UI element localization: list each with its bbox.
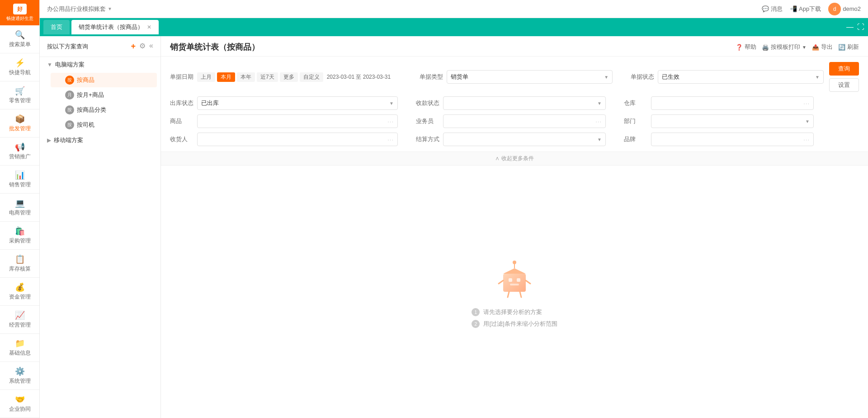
help-button[interactable]: ❓ 帮助 — [736, 43, 756, 51]
chevron-down-icon: ▼ — [389, 101, 394, 106]
receiver-control[interactable]: ··· — [197, 133, 398, 146]
retail-icon: 🛒 — [2, 86, 38, 96]
settings-solution-button[interactable]: ⚙ — [139, 42, 146, 51]
tree-item-pc-label: 电脑端方案 — [55, 61, 85, 69]
warehouse-control[interactable]: ··· — [651, 96, 814, 110]
tab-close-icon[interactable]: ✕ — [147, 24, 151, 30]
industry-dropdown[interactable]: 办公用品行业模拟账套 ▼ — [47, 5, 112, 13]
filter-row-2: 出库状态 已出库 ▼ 收款状态 ▼ — [170, 96, 859, 110]
help-icon: ❓ — [736, 44, 743, 51]
app-download-label: App下载 — [799, 5, 821, 13]
filter-goods-field: 商品 ··· — [170, 114, 398, 128]
sidebar-item-sales[interactable]: 📊 销售管理 — [0, 166, 39, 194]
sidebar-item-inventory[interactable]: 📋 库存核算 — [0, 250, 39, 278]
sidebar-item-search[interactable]: 🔍 搜索菜单 — [0, 25, 39, 53]
sidebar-item-cooperation[interactable]: 🤝 企业协同 — [0, 390, 39, 418]
chevron-down-icon: ▼ — [597, 137, 602, 142]
tab-sales-stat[interactable]: 销货单统计表（按商品） ✕ — [71, 20, 159, 34]
out-status-value: 已出库 — [201, 99, 219, 107]
date-tab-this-year[interactable]: 本年 — [237, 72, 255, 82]
date-filter: 上月 本月 本年 近7天 更多 自定义 2023-03-01 至 2023-03… — [197, 72, 401, 82]
goods-label: 商品 — [170, 117, 197, 125]
query-button[interactable]: 查询 — [829, 62, 859, 76]
brand-control[interactable]: ··· — [651, 133, 814, 146]
collapse-panel-button[interactable]: « — [149, 42, 153, 51]
left-panel: 按以下方案查询 + ⚙ « ▼ 电脑端方案 按 按商品 月 按月+ — [40, 36, 161, 418]
collect-status-control[interactable]: ▼ — [443, 96, 606, 110]
refresh-button[interactable]: 🔄 刷新 — [838, 43, 859, 51]
tip-1-text: 请先选择要分析的方案 — [483, 308, 542, 316]
date-tab-last-month[interactable]: 上月 — [197, 72, 215, 82]
app-name: 畅捷通好生意 — [6, 15, 33, 22]
sidebar-item-finance[interactable]: 💰 资金管理 — [0, 278, 39, 306]
dept-control[interactable]: ▼ — [651, 114, 814, 128]
tree-leaf-by-goods-category[interactable]: 按 按商品分类 — [51, 103, 157, 117]
settings-button[interactable]: 设置 — [829, 78, 859, 92]
svg-line-10 — [520, 292, 521, 297]
tab-bar-actions: — ⛶ — [846, 23, 864, 31]
sidebar-item-wholesale[interactable]: 📦 批发管理 — [0, 109, 39, 138]
inventory-icon: 📋 — [2, 254, 38, 264]
tree-leaf-by-month-goods[interactable]: 月 按月+商品 — [51, 88, 157, 102]
tab-minimize-icon[interactable]: — — [846, 23, 854, 31]
wholesale-icon: 📦 — [2, 114, 38, 124]
date-label: 单据日期 — [170, 73, 197, 81]
collapse-bar[interactable]: ∧ 收起更多条件 — [161, 152, 868, 166]
brand-label: 品牌 — [624, 135, 651, 143]
date-tab-more[interactable]: 更多 — [280, 72, 298, 82]
svg-rect-2 — [509, 278, 512, 282]
date-tab-custom[interactable]: 自定义 — [300, 72, 323, 82]
payment-label: 结算方式 — [416, 135, 443, 143]
sidebar-item-quick-nav[interactable]: ⚡ 快捷导航 — [0, 53, 39, 81]
dots-icon: ··· — [803, 136, 810, 143]
warehouse-label: 仓库 — [624, 99, 651, 107]
message-button[interactable]: 💬 消息 — [762, 5, 783, 13]
tip-2-text: 用[过滤]条件来缩小分析范围 — [483, 320, 557, 328]
tab-bar: 首页 销货单统计表（按商品） ✕ — ⛶ — [40, 18, 868, 36]
sidebar-item-marketing[interactable]: 📢 营销推广 — [0, 138, 39, 166]
tab-maximize-icon[interactable]: ⛶ — [857, 23, 864, 31]
tip-num-2: 2 — [472, 320, 480, 328]
chevron-down-icon: ▼ — [108, 6, 112, 11]
sidebar-item-purchase[interactable]: 🛍️ 采购管理 — [0, 222, 39, 250]
sidebar-item-label: 营销推广 — [2, 153, 38, 161]
doc-type-control[interactable]: 销货单 ▼ — [447, 70, 613, 84]
user-menu[interactable]: d demo2 — [828, 3, 861, 15]
sidebar-item-operations[interactable]: 📈 经营管理 — [0, 306, 39, 334]
filter-out-status-field: 出库状态 已出库 ▼ — [170, 96, 398, 110]
filter-dept-field: 部门 ▼ — [624, 114, 814, 128]
doc-status-control[interactable]: 已生效 ▼ — [658, 70, 824, 84]
help-label: 帮助 — [745, 43, 756, 51]
sidebar-item-label: 电商管理 — [2, 209, 38, 217]
page-actions: ❓ 帮助 🖨️ 按模板打印 ▼ 📤 导出 🔄 刷新 — [736, 43, 859, 51]
tree-item-mobile[interactable]: ▶ 移动端方案 — [40, 133, 160, 148]
tree-leaf-by-cashier-label: 按司机 — [77, 121, 94, 129]
payment-control[interactable]: ▼ — [443, 133, 606, 146]
tree-leaf-by-cashier[interactable]: 按 按司机 — [51, 118, 157, 132]
tree-item-pc[interactable]: ▼ 电脑端方案 — [40, 57, 160, 72]
sidebar-item-system[interactable]: ⚙️ 系统管理 — [0, 362, 39, 390]
sidebar-item-basic[interactable]: 📁 基础信息 — [0, 334, 39, 362]
tree-leaf-by-goods[interactable]: 按 按商品 — [51, 73, 157, 87]
tab-home[interactable]: 首页 — [43, 20, 70, 34]
goods-control[interactable]: ··· — [197, 114, 398, 128]
app-logo: 好 畅捷通好生意 — [0, 0, 40, 25]
out-status-control[interactable]: 已出库 ▼ — [197, 96, 398, 110]
out-status-label: 出库状态 — [170, 99, 197, 107]
salesperson-control[interactable]: ··· — [443, 114, 606, 128]
marketing-icon: 📢 — [2, 142, 38, 152]
add-solution-button[interactable]: + — [131, 42, 136, 51]
operations-icon: 📈 — [2, 310, 38, 320]
date-tab-7days[interactable]: 近7天 — [257, 72, 278, 82]
message-label: 消息 — [771, 5, 783, 13]
sidebar-item-retail[interactable]: 🛒 零售管理 — [0, 81, 39, 109]
left-panel-actions: + ⚙ « — [131, 42, 153, 51]
sidebar-item-label: 快捷导航 — [2, 69, 38, 76]
date-tab-this-month[interactable]: 本月 — [217, 72, 235, 82]
app-download-button[interactable]: 📲 App下载 — [790, 5, 821, 13]
sidebar-item-ecom[interactable]: 💻 电商管理 — [0, 194, 39, 222]
ecom-icon: 💻 — [2, 198, 38, 208]
empty-state: 1 请先选择要分析的方案 2 用[过滤]条件来缩小分析范围 — [161, 166, 868, 418]
print-template-button[interactable]: 🖨️ 按模板打印 ▼ — [762, 43, 807, 51]
export-button[interactable]: 📤 导出 — [812, 43, 833, 51]
